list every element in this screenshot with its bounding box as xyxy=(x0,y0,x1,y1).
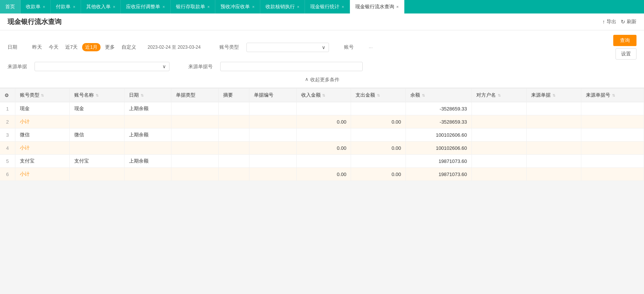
cell-doc_no-5 xyxy=(249,168,296,181)
cell-doc_no-3 xyxy=(249,142,296,155)
col-header-expense[interactable]: 支出金额 ⇅ xyxy=(351,88,406,102)
nav-item-home[interactable]: 首页 xyxy=(0,0,21,13)
nav-item-cash-bank-flow[interactable]: 现金银行流水查询× xyxy=(350,0,404,13)
date-label: 日期 xyxy=(8,44,23,51)
cell-date-0: 上期余额 xyxy=(125,102,171,115)
nav-close-receipt[interactable]: × xyxy=(43,4,45,9)
cell-summary-1 xyxy=(218,115,249,128)
cell-source_doc-3 xyxy=(526,142,581,155)
nav-close-other-income[interactable]: × xyxy=(113,4,115,9)
row-num-1: 2 xyxy=(0,115,15,128)
table-row: 4小计0.000.00100102606.60 xyxy=(0,142,644,155)
nav-item-prepay-offset[interactable]: 预收冲应收单× xyxy=(215,0,260,13)
cell-income-3: 0.00 xyxy=(296,142,351,155)
export-button[interactable]: ↑ 导出 xyxy=(602,18,616,25)
date-custom[interactable]: 自定义 xyxy=(119,43,138,51)
cell-doc_no-1 xyxy=(249,115,296,128)
col-header-counterparty[interactable]: 对方户名 ⇅ xyxy=(472,88,527,102)
cell-date-3 xyxy=(125,142,171,155)
source-doc-no-label: 来源单据号 xyxy=(188,63,213,70)
nav-item-receipt-verify[interactable]: 收款核销执行× xyxy=(260,0,305,13)
account-type-chevron: ∨ xyxy=(322,45,326,50)
col-header-date[interactable]: 日期 ⇅ xyxy=(125,88,171,102)
account-type-select[interactable]: ∨ xyxy=(246,43,329,52)
refresh-icon: ↻ xyxy=(621,19,625,25)
table-row: 2小计0.000.00-3528659.33 xyxy=(0,115,644,128)
collapse-bar[interactable]: ∧ 收起更多条件 xyxy=(8,75,636,83)
cell-source_doc-5 xyxy=(526,168,581,181)
page-title: 现金银行流水查询 xyxy=(8,17,62,26)
date-1month[interactable]: 近1月 xyxy=(82,43,101,51)
nav-item-cash-bank-stats[interactable]: 现金银行统计× xyxy=(305,0,350,13)
cell-account_type-5: 小计 xyxy=(15,168,70,181)
col-header-account_type[interactable]: 账号类型 ⇅ xyxy=(15,88,70,102)
cell-balance-1: -3528659.33 xyxy=(406,115,472,128)
col-header-balance[interactable]: 余额 ⇅ xyxy=(406,88,472,102)
table-row: 1现金现金上期余额-3528659.33 xyxy=(0,102,644,115)
source-doc-chevron: ∨ xyxy=(162,64,166,69)
nav-item-other-income[interactable]: 其他收入单× xyxy=(81,0,121,13)
cell-account_type-4: 支付宝 xyxy=(15,155,70,168)
cell-counterparty-5 xyxy=(472,168,527,181)
cell-counterparty-0 xyxy=(472,102,527,115)
header-actions: ↑ 导出 ↻ 刷新 xyxy=(602,18,636,25)
source-doc-select[interactable]: ∨ xyxy=(35,62,170,71)
cell-expense-0 xyxy=(351,102,406,115)
date-7days[interactable]: 近7天 xyxy=(63,43,80,51)
nav-close-cash-bank-stats[interactable]: × xyxy=(342,4,344,9)
cell-summary-5 xyxy=(218,168,249,181)
nav-close-prepay-offset[interactable]: × xyxy=(252,4,254,9)
cell-account_name-3 xyxy=(70,142,125,155)
export-icon: ↑ xyxy=(602,19,605,25)
filter-area: 日期 昨天 今天 近7天 近1月 更多 自定义 2023-02-24 至 202… xyxy=(0,30,644,88)
nav-item-payment[interactable]: 付款单× xyxy=(51,0,81,13)
cell-source_doc_no-1 xyxy=(581,115,644,128)
nav-close-bank-deposit[interactable]: × xyxy=(207,4,210,9)
nav-close-receipt-verify[interactable]: × xyxy=(297,4,299,9)
page-header: 现金银行流水查询 ↑ 导出 ↻ 刷新 xyxy=(0,13,644,30)
export-label: 导出 xyxy=(606,18,616,25)
cell-summary-2 xyxy=(218,128,249,142)
cell-summary-3 xyxy=(218,142,249,155)
row-num-0: 1 xyxy=(0,102,15,115)
main-table: ⚙账号类型 ⇅账号名称 ⇅日期 ⇅单据类型摘要单据编号收入金额 ⇅支出金额 ⇅余… xyxy=(0,88,644,181)
cell-source_doc-2 xyxy=(526,128,581,142)
cell-balance-0: -3528659.33 xyxy=(406,102,472,115)
nav-close-payment[interactable]: × xyxy=(73,4,75,9)
source-doc-no-input[interactable] xyxy=(220,62,363,71)
date-more[interactable]: 更多 xyxy=(103,43,117,51)
source-doc-label: 来源单据 xyxy=(8,63,27,70)
cell-expense-3: 0.00 xyxy=(351,142,406,155)
table-header-row: ⚙账号类型 ⇅账号名称 ⇅日期 ⇅单据类型摘要单据编号收入金额 ⇅支出金额 ⇅余… xyxy=(0,88,644,102)
settings-button[interactable]: 设置 xyxy=(615,48,636,60)
date-range-display: 2023-02-24 至 2023-03-24 xyxy=(147,44,200,51)
nav-item-bank-deposit[interactable]: 银行存取款单× xyxy=(171,0,215,13)
query-button[interactable]: 查询 xyxy=(613,35,636,46)
date-today[interactable]: 今天 xyxy=(47,43,61,51)
col-header-income[interactable]: 收入金额 ⇅ xyxy=(296,88,351,102)
cell-account_name-2: 微信 xyxy=(70,128,125,142)
col-header-account_name[interactable]: 账号名称 ⇅ xyxy=(70,88,125,102)
cell-account_name-0: 现金 xyxy=(70,102,125,115)
cell-doc_type-4 xyxy=(171,155,218,168)
cell-date-5 xyxy=(125,168,171,181)
account-dots[interactable]: ··· xyxy=(369,45,373,50)
date-yesterday[interactable]: 昨天 xyxy=(30,43,44,51)
row-num-4: 5 xyxy=(0,155,15,168)
cell-account_type-2: 微信 xyxy=(15,128,70,142)
table-row: 3微信微信上期余额100102606.60 xyxy=(0,128,644,142)
nav-item-ar-ap-adjust[interactable]: 应收应付调整单× xyxy=(121,0,170,13)
cell-doc_type-2 xyxy=(171,128,218,142)
cell-counterparty-2 xyxy=(472,128,527,142)
cell-counterparty-3 xyxy=(472,142,527,155)
col-header-source_doc_no[interactable]: 来源单据号 ⇅ xyxy=(581,88,644,102)
nav-item-receipt[interactable]: 收款单× xyxy=(21,0,51,13)
cell-counterparty-4 xyxy=(472,155,527,168)
filter-row-1: 日期 昨天 今天 近7天 近1月 更多 自定义 2023-02-24 至 202… xyxy=(8,35,636,60)
nav-close-ar-ap-adjust[interactable]: × xyxy=(162,4,165,9)
table-row: 6小计0.000.0019871073.60 xyxy=(0,168,644,181)
col-header-source_doc[interactable]: 来源单据 ⇅ xyxy=(526,88,581,102)
filter-row-2: 来源单据 ∨ 来源单据号 xyxy=(8,62,636,71)
nav-close-cash-bank-flow[interactable]: × xyxy=(396,4,399,9)
refresh-button[interactable]: ↻ 刷新 xyxy=(621,18,636,25)
